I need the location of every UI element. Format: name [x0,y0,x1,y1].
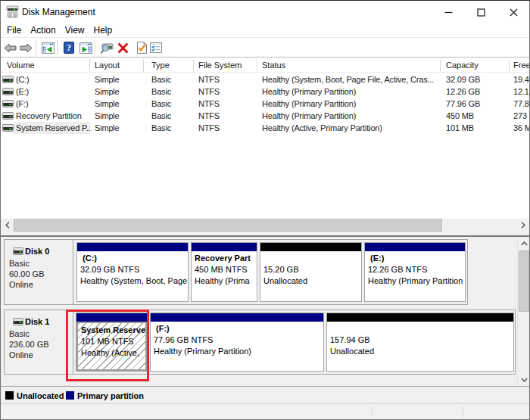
show-action-pane-button[interactable] [79,41,92,54]
column-separator[interactable] [193,59,194,72]
horizontal-scrollbar[interactable] [1,219,529,232]
refresh-button[interactable] [100,41,114,54]
partition-text-line: 12.26 GB NTFS [368,264,465,275]
disk-label-1[interactable]: Disk 1Basic236.00 GBOnline [5,310,73,374]
column-header-layout[interactable]: Layout [95,61,140,70]
partition-body: (C:)32.09 GB NTFSHealthy (System, Boot, … [77,251,188,301]
window-title: Disk Management [22,7,95,17]
cell-capacity: 450 MB [446,111,507,120]
menu-help[interactable]: Help [94,25,113,36]
scroll-down-arrow[interactable] [518,373,530,386]
check-document-button[interactable] [135,41,148,54]
partition-body: 157.94 GBUnallocated [327,322,513,371]
cell-layout: Simple [95,87,140,96]
menu-bar: File Action View Help [1,23,529,37]
properties-list-icon [150,42,162,53]
disk-management-app-icon [6,5,19,19]
primary-partition-bar [365,243,465,251]
volume-drive-icon [2,76,14,83]
toolbar-separator [36,40,36,55]
cell-status: Healthy (Primary Partition) [262,87,438,96]
cell-volume: (E:) [16,87,92,96]
show-console-tree-button[interactable] [41,41,55,54]
column-separator[interactable] [257,59,257,72]
help-button[interactable]: ? [62,41,76,54]
partition-unallocated[interactable]: 157.94 GBUnallocated [326,313,514,372]
legend-label: Unallocated [17,391,64,400]
partition-text-line: 77.96 GB NTFS [154,334,323,346]
disk-state: Online [9,280,33,289]
partition-text-line: Healthy (Primary Partition [368,275,465,287]
partition-text-line: (F:) [154,323,323,334]
cell-layout: Simple [95,123,140,132]
close-button[interactable] [497,1,530,23]
cell-free: 12.13 GB [513,87,529,96]
column-separator[interactable] [89,59,90,72]
scroll-up-arrow[interactable] [518,237,530,250]
disk-kind: Basic [9,259,30,268]
volume-row-e[interactable]: (E:)SimpleBasicNTFSHealthy (Primary Part… [1,86,529,98]
column-separator[interactable] [440,59,441,72]
cell-type: Basic [151,123,189,132]
partition-text-line: Unallocated [330,346,513,357]
forward-icon [20,43,33,53]
vertical-scrollbar[interactable] [517,237,529,386]
vertical-scrollbar-thumb[interactable] [519,250,529,312]
disk-drive-icon [13,318,23,325]
cell-layout: Simple [95,99,140,108]
volume-row-recoverypartition[interactable]: Recovery PartitionSimpleBasicNTFSHealthy… [1,110,529,122]
partition-text-line [330,323,513,334]
disk-kind: Basic [9,329,30,338]
title-bar: Disk Management [1,1,529,23]
column-header-status[interactable]: Status [262,61,438,70]
close-icon [510,8,518,17]
disk-row-0: Disk 0Basic60.00 GBOnline (C:)32.09 GB N… [4,239,468,305]
partition--c-[interactable]: (C:)32.09 GB NTFSHealthy (System, Boot, … [76,242,189,302]
menu-file[interactable]: File [7,25,21,36]
column-header-capacity[interactable]: Capacity [446,61,507,70]
column-header-file-system[interactable]: File System [198,61,251,70]
partition--f-[interactable]: (F:)77.96 GB NTFSHealthy (Primary Partit… [150,313,324,372]
volume-row-systemreservedp[interactable]: System Reserved P...SimpleBasicNTFSHealt… [1,122,529,134]
properties-list-button[interactable] [149,41,163,54]
unallocated-bar [260,243,361,251]
minimize-button[interactable] [432,1,465,23]
partition--e-[interactable]: (E:)12.26 GB NTFSHealthy (Primary Partit… [364,242,466,302]
minimize-icon [444,8,453,17]
primary-partition-bar [151,313,323,322]
volume-row-c[interactable]: (C:)SimpleBasicNTFSHealthy (System, Boot… [1,73,529,86]
refresh-icon [100,42,114,54]
cell-volume: System Reserved P... [16,123,92,132]
cell-status: Healthy (System, Boot, Page File, Active… [262,75,438,84]
volume-list: VolumeLayoutTypeFile SystemStatusCapacit… [1,58,529,219]
cell-type: Basic [151,75,189,84]
horizontal-scrollbar-thumb[interactable] [14,219,442,232]
volume-row-f[interactable]: (F:)SimpleBasicNTFSHealthy (Primary Part… [1,98,529,110]
cell-layout: Simple [95,75,140,84]
cell-capacity: 32.09 GB [446,75,507,84]
maximize-button[interactable] [465,1,497,23]
column-header-type[interactable]: Type [151,61,189,70]
cell-free: 36 MB [513,123,529,132]
column-separator[interactable] [143,59,144,72]
column-header-free-space[interactable]: Free Space [513,61,529,70]
status-bar [1,403,529,419]
forward-button[interactable] [19,41,33,54]
delete-volume-button[interactable] [116,41,129,54]
partition-recovery-part[interactable]: Recovery Part450 MB NTFSHealthy (Prima [191,242,257,302]
partition-text-line: 15.20 GB [263,264,361,275]
svg-text:?: ? [67,42,71,53]
scroll-left-arrow[interactable] [1,219,14,232]
cell-volume: (F:) [16,99,92,108]
scroll-right-arrow[interactable] [516,219,529,232]
disk-label-0[interactable]: Disk 0Basic60.00 GBOnline [5,240,73,304]
partition-unallocated[interactable]: 15.20 GBUnallocated [260,242,362,302]
menu-view[interactable]: View [65,25,85,36]
column-separator[interactable] [509,59,510,72]
menu-action[interactable]: Action [30,25,55,36]
primary-partition-bar [192,243,257,251]
annotation-rectangle [66,310,149,381]
back-icon [4,43,17,53]
back-button[interactable] [3,41,17,54]
column-header-volume[interactable]: Volume [7,61,86,70]
